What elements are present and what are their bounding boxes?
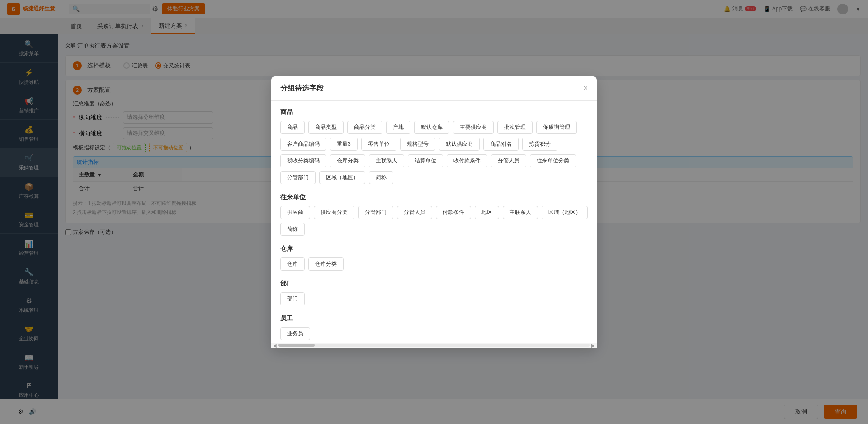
field-tag-0-17[interactable]: 主联系人 xyxy=(369,154,404,167)
field-tag-0-1[interactable]: 商品类型 xyxy=(308,121,344,134)
field-tag-4-0[interactable]: 业务员 xyxy=(280,327,310,340)
field-tag-0-19[interactable]: 收付款条件 xyxy=(447,154,487,167)
field-tag-2-1[interactable]: 仓库分类 xyxy=(308,257,344,271)
field-tag-0-23[interactable]: 区域（地区） xyxy=(319,171,365,184)
field-tag-1-8[interactable]: 简称 xyxy=(280,223,305,236)
modal-dialog: 分组待选字段 × 商品商品商品类型商品分类产地默认仓库主要供应商批次管理保质期管… xyxy=(271,76,597,348)
field-tag-1-3[interactable]: 分管人员 xyxy=(397,206,432,219)
field-section-4: 员工业务员 xyxy=(280,314,588,340)
field-tag-0-24[interactable]: 简称 xyxy=(369,171,393,184)
field-tag-1-7[interactable]: 区域（地区） xyxy=(542,206,588,219)
section-title-0: 商品 xyxy=(280,108,588,116)
field-section-0: 商品商品商品类型商品分类产地默认仓库主要供应商批次管理保质期管理客户商品编码重量… xyxy=(280,108,588,184)
field-section-3: 部门部门 xyxy=(280,280,588,305)
section-title-3: 部门 xyxy=(280,280,588,288)
field-tag-0-22[interactable]: 分管部门 xyxy=(280,171,316,184)
scroll-right-btn[interactable]: ▶ xyxy=(591,343,595,348)
field-grid-1: 供应商供应商分类分管部门分管人员付款条件地区主联系人区域（地区）简称 xyxy=(280,206,588,236)
field-tag-1-0[interactable]: 供应商 xyxy=(280,206,310,219)
section-title-1: 往来单位 xyxy=(280,193,588,201)
field-tag-0-11[interactable]: 规格型号 xyxy=(400,138,435,151)
field-tag-1-4[interactable]: 付款条件 xyxy=(436,206,471,219)
field-tag-0-21[interactable]: 往来单位分类 xyxy=(530,154,576,167)
field-tag-2-0[interactable]: 仓库 xyxy=(280,257,305,271)
field-tag-0-14[interactable]: 拣货积分 xyxy=(522,138,557,151)
field-tag-0-9[interactable]: 重量3 xyxy=(330,138,358,151)
modal-title: 分组待选字段 xyxy=(280,84,324,93)
section-title-2: 仓库 xyxy=(280,245,588,253)
field-grid-0: 商品商品类型商品分类产地默认仓库主要供应商批次管理保质期管理客户商品编码重量3零… xyxy=(280,121,588,184)
field-tag-1-5[interactable]: 地区 xyxy=(475,206,499,219)
field-tag-1-2[interactable]: 分管部门 xyxy=(358,206,393,219)
field-tag-0-16[interactable]: 仓库分类 xyxy=(330,154,365,167)
field-tag-0-3[interactable]: 产地 xyxy=(386,121,410,134)
modal-body: 商品商品商品类型商品分类产地默认仓库主要供应商批次管理保质期管理客户商品编码重量… xyxy=(271,101,597,343)
field-tag-0-7[interactable]: 保质期管理 xyxy=(536,121,577,134)
field-tag-0-2[interactable]: 商品分类 xyxy=(347,121,382,134)
field-section-1: 往来单位供应商供应商分类分管部门分管人员付款条件地区主联系人区域（地区）简称 xyxy=(280,193,588,236)
scroll-left-btn[interactable]: ◀ xyxy=(273,343,277,348)
field-grid-2: 仓库仓库分类 xyxy=(280,257,588,271)
modal-close-button[interactable]: × xyxy=(584,84,588,92)
field-tag-0-18[interactable]: 结算单位 xyxy=(408,154,443,167)
field-tag-0-13[interactable]: 商品别名 xyxy=(483,138,519,151)
scrollbar-thumb xyxy=(278,344,315,347)
field-section-2: 仓库仓库仓库分类 xyxy=(280,245,588,271)
field-tag-0-5[interactable]: 主要供应商 xyxy=(453,121,494,134)
field-tag-0-0[interactable]: 商品 xyxy=(280,121,305,134)
modal-overlay: 分组待选字段 × 商品商品商品类型商品分类产地默认仓库主要供应商批次管理保质期管… xyxy=(0,0,868,424)
field-tag-0-10[interactable]: 零售单位 xyxy=(361,138,396,151)
horizontal-scrollbar[interactable]: ◀ ▶ xyxy=(271,343,597,348)
field-grid-3: 部门 xyxy=(280,292,588,305)
field-tag-0-4[interactable]: 默认仓库 xyxy=(414,121,449,134)
section-title-4: 员工 xyxy=(280,314,588,323)
field-tag-0-20[interactable]: 分管人员 xyxy=(491,154,526,167)
modal-header: 分组待选字段 × xyxy=(271,76,597,101)
field-tag-3-0[interactable]: 部门 xyxy=(280,292,305,305)
field-tag-0-8[interactable]: 客户商品编码 xyxy=(280,138,326,151)
field-tag-0-15[interactable]: 税收分类编码 xyxy=(280,154,326,167)
field-tag-0-12[interactable]: 默认供应商 xyxy=(439,138,480,151)
field-tag-0-6[interactable]: 批次管理 xyxy=(497,121,533,134)
field-tag-1-6[interactable]: 主联系人 xyxy=(503,206,538,219)
field-tag-1-1[interactable]: 供应商分类 xyxy=(314,206,354,219)
field-grid-4: 业务员 xyxy=(280,327,588,340)
